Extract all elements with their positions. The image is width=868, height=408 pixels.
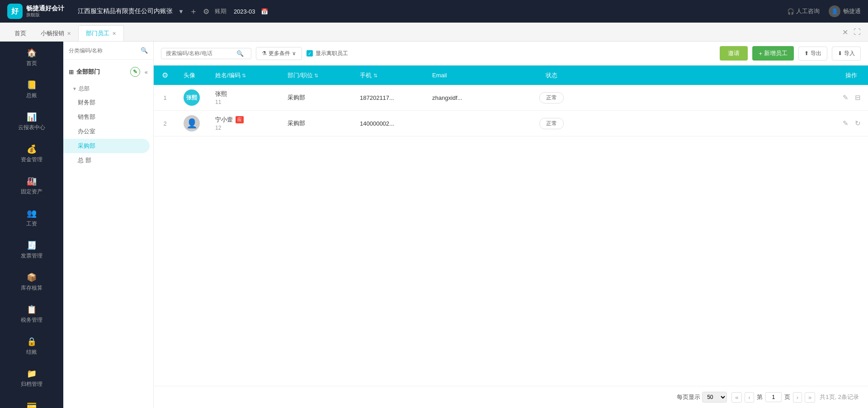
dept-parent-head[interactable]: ▼ 总部	[63, 82, 153, 95]
close-period-icon: 🔒	[27, 337, 37, 347]
dept-child-finance[interactable]: 财务部	[63, 95, 150, 110]
row-2-name-block: 宁小壹 应 12	[215, 116, 273, 131]
sidebar-item-close[interactable]: 🔒 结账	[0, 330, 63, 362]
row-1-dept: 采购部	[280, 85, 353, 111]
sidebar-item-capital[interactable]: 💰 资金管理	[0, 138, 63, 170]
sidebar-invoice-label: 发票管理	[21, 252, 42, 260]
name-sort-icon[interactable]: ⇅	[242, 73, 246, 78]
add-employee-button[interactable]: + 新增员工	[752, 46, 794, 61]
row-2-dept: 采购部	[280, 111, 353, 136]
sidebar-item-inventory[interactable]: 📦 库存核算	[0, 266, 63, 298]
dept-child-office[interactable]: 办公室	[63, 124, 150, 139]
settings-col-icon[interactable]: ⚙	[162, 71, 168, 79]
row-1-avatar: 张熙	[184, 89, 200, 106]
resigned-checkbox[interactable]: ✓	[307, 50, 313, 56]
employee-table: ⚙ 头像 姓名/编码 ⇅ 部门/职位 ⇅	[154, 66, 868, 136]
settings-icon[interactable]: ⚙	[203, 7, 209, 16]
user-name: 畅捷通	[843, 7, 861, 15]
last-page-button[interactable]: »	[805, 392, 815, 403]
user-menu[interactable]: 👤 畅捷通	[829, 5, 861, 17]
expand-icon[interactable]: ⛶	[854, 28, 861, 36]
sidebar-item-payroll[interactable]: 👥 工资	[0, 202, 63, 234]
total-records: 共1页, 2条记录	[820, 393, 859, 401]
row-2-avatar-person-icon: 👤	[186, 118, 198, 129]
dept-child-general[interactable]: 总 部	[63, 153, 150, 168]
tab-home[interactable]: 首页	[7, 26, 33, 41]
sidebar-item-home[interactable]: 🏠 首页	[0, 42, 63, 74]
col-dept[interactable]: 部门/职位 ⇅	[280, 66, 353, 85]
row-1-status-badge: 正常	[539, 92, 564, 103]
sidebar-reports-label: 云报表中心	[18, 124, 45, 131]
row-2-actions: ✎ ↻	[597, 111, 868, 136]
dept-purchase-label: 采购部	[78, 142, 95, 149]
calendar-icon[interactable]: 📅	[261, 8, 268, 15]
app-name: 畅捷通好会计	[26, 5, 64, 12]
page-input[interactable]	[765, 392, 782, 402]
all-dept-item[interactable]: ⊞ 全部部门 ✎ «	[63, 63, 153, 80]
employee-panel: 🔍 ⚗ 更多条件 ∨ ✓ 显示离职员工 邀请 + 新增员工	[154, 42, 868, 408]
sidebar-item-tax[interactable]: 📋 税务管理	[0, 298, 63, 330]
per-page-select[interactable]: 50 100	[702, 392, 727, 403]
show-resigned-label: 显示离职员工	[316, 50, 348, 57]
tab-dept-close-icon[interactable]: ✕	[112, 31, 116, 37]
tab-expense[interactable]: 小畅报销 ✕	[33, 26, 78, 41]
col-phone-label: 手机	[360, 72, 372, 79]
sidebar: 🏠 首页 📒 总账 📊 云报表中心 💰 资金管理 🏭 固定资产 👥 工资 🧾 发…	[0, 42, 63, 408]
dept-search-icon[interactable]: 🔍	[141, 47, 148, 54]
page-unit: 页	[784, 393, 790, 401]
row-2-edit-icon[interactable]: ✎	[843, 119, 849, 127]
dept-search-input[interactable]	[69, 47, 138, 54]
sidebar-item-archive[interactable]: 📁 归档管理	[0, 362, 63, 394]
row-1-exit-icon[interactable]: ⊟	[855, 94, 861, 102]
next-page-button[interactable]: ›	[793, 392, 802, 403]
inventory-icon: 📦	[27, 272, 37, 282]
archive-icon: 📁	[27, 369, 37, 379]
close-window-icon[interactable]: ✕	[842, 28, 848, 36]
dept-sort-icon[interactable]: ⇅	[314, 73, 318, 78]
tab-expense-close-icon[interactable]: ✕	[67, 31, 71, 37]
dept-child-purchase[interactable]: 采购部	[63, 139, 150, 153]
import-button[interactable]: ⬇ 导入	[832, 47, 861, 61]
prev-page-button[interactable]: ‹	[745, 392, 754, 403]
row-2-name-row: 宁小壹 应	[215, 116, 273, 124]
sidebar-item-ledger[interactable]: 📒 总账	[0, 74, 63, 106]
tab-dept-label: 部门员工	[86, 29, 109, 38]
tab-dept[interactable]: 部门员工 ✕	[78, 25, 124, 41]
dept-search-bar: 🔍	[63, 42, 153, 60]
invite-button[interactable]: 邀请	[720, 46, 748, 61]
add-company-button[interactable]: ＋	[189, 6, 198, 17]
header-right: 🎧 人工咨询 👤 畅捷通	[787, 5, 861, 17]
sidebar-item-expense[interactable]: 💳 小畅报销	[0, 394, 63, 408]
content-area: 🔍 ⊞ 全部部门 ✎ « ▼ 总部 财务部	[63, 42, 868, 408]
sidebar-item-reports[interactable]: 📊 云报表中心	[0, 106, 63, 138]
export-button[interactable]: ⬆ 导出	[798, 47, 827, 61]
filter-button[interactable]: ⚗ 更多条件 ∨	[256, 47, 302, 60]
emp-search-bar: 🔍	[161, 48, 251, 59]
logo-text-block: 畅捷通好会计 旗舰版	[26, 5, 64, 19]
row-2-name: 宁小壹	[215, 116, 233, 124]
dept-child-sales[interactable]: 销售部	[63, 110, 150, 124]
search-input[interactable]	[166, 50, 234, 56]
sidebar-item-assets[interactable]: 🏭 固定资产	[0, 170, 63, 202]
avatar: 👤	[829, 5, 840, 17]
dept-edit-button[interactable]: ✎	[130, 67, 140, 77]
col-email-label: Email	[432, 72, 447, 79]
row-1-name-block: 张熙 11	[215, 90, 273, 105]
sidebar-item-invoice[interactable]: 🧾 发票管理	[0, 234, 63, 266]
row-1-avatar-cell: 张熙	[176, 85, 208, 111]
first-page-button[interactable]: «	[731, 392, 742, 403]
col-name-code[interactable]: 姓名/编码 ⇅	[208, 66, 280, 85]
dept-arrow-icon: ▼	[72, 86, 77, 91]
sidebar-tax-label: 税务管理	[21, 316, 42, 324]
col-phone[interactable]: 手机 ⇅	[353, 66, 425, 85]
company-dropdown-icon[interactable]: ▼	[178, 8, 184, 15]
show-resigned-toggle[interactable]: ✓ 显示离职员工	[307, 50, 348, 57]
dept-parent-label: 总部	[79, 85, 90, 93]
phone-sort-icon[interactable]: ⇅	[373, 73, 377, 78]
tab-home-label: 首页	[14, 29, 26, 38]
service-button[interactable]: 🎧 人工咨询	[787, 7, 820, 15]
search-icon[interactable]: 🔍	[236, 50, 244, 57]
row-1-edit-icon[interactable]: ✎	[843, 94, 849, 102]
dept-collapse-icon[interactable]: «	[145, 69, 148, 75]
row-2-refresh-icon[interactable]: ↻	[855, 119, 861, 127]
